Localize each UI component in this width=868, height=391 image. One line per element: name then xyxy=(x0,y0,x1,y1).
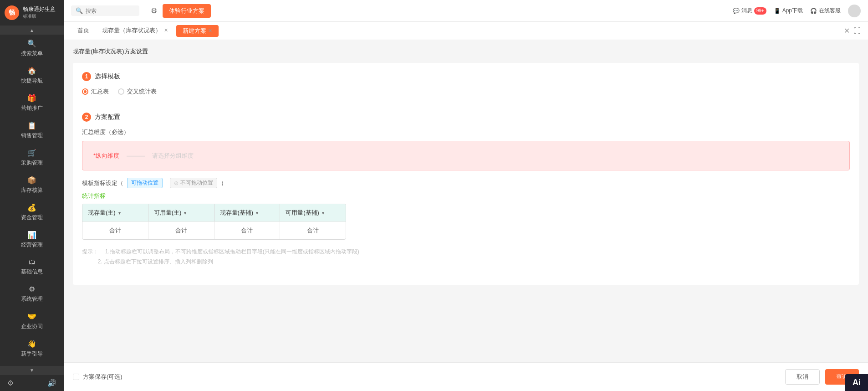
page-title: 现存量(库存状况表)方案设置 xyxy=(73,47,859,56)
section-config: 2 方案配置 汇总维度（必选） *纵向维度 —— 请选择分组维度 模板指标设定（… xyxy=(82,113,850,267)
search-box[interactable]: 🔍 xyxy=(71,5,139,16)
tips-section: 提示： 1.拖动标题栏可以调整布局，不可跨维度或指标区域拖动栏目字段(只能在同一… xyxy=(82,247,850,267)
operations-icon: 📊 xyxy=(27,231,36,239)
settings-panel: 1 选择模板 汇总表 交叉统计表 2 xyxy=(73,63,859,285)
radio-summary-circle xyxy=(82,88,88,95)
stats-header-col2[interactable]: 可用量(主) ▾ xyxy=(148,204,214,221)
sidebar-item-label: 新手引导 xyxy=(21,350,43,358)
sidebar-logo: 畅 畅康通好生意 标准版 xyxy=(0,0,64,26)
audio-icon[interactable]: 🔊 xyxy=(47,379,56,387)
tab-new-close[interactable]: ✕ xyxy=(208,28,212,34)
dim-dash: —— xyxy=(127,150,145,161)
section2-num: 2 xyxy=(82,113,91,122)
headset-icon: 🎧 xyxy=(810,8,817,14)
stats-header-col4[interactable]: 可用量(基辅) ▾ xyxy=(280,204,346,221)
section1-header: 1 选择模板 xyxy=(82,72,850,81)
dimension-area[interactable]: *纵向维度 —— 请选择分组维度 xyxy=(82,141,850,170)
sidebar-nav: 🔍 搜索菜单 🏠 快捷导航 🎁 营销推广 📋 销售管理 🛒 采购管理 📦 库存核… xyxy=(0,35,64,366)
sidebar-scroll-down[interactable]: ▼ xyxy=(0,366,64,375)
sidebar-item-apps[interactable]: 📱 应用中心 xyxy=(0,362,64,366)
sidebar-item-purchase[interactable]: 🛒 采购管理 xyxy=(0,144,64,171)
trial-button[interactable]: 体验行业方案 xyxy=(163,4,211,18)
sidebar-item-guide[interactable]: 👋 新手引导 xyxy=(0,335,64,362)
section2-title: 方案配置 xyxy=(95,113,120,121)
tip-1: 1.拖动标题栏可以调整布局，不可跨维度或指标区域拖动栏目字段(只能在同一维度或指… xyxy=(105,247,359,257)
sidebar-scroll-up[interactable]: ▲ xyxy=(0,26,64,35)
main-area: 🔍 ⚙ 体验行业方案 💬 消息 99+ 📱 App下载 🎧 在线客服 xyxy=(64,0,868,391)
stats-header-col3[interactable]: 现存量(基辅) ▾ xyxy=(214,204,281,221)
tab-new-label: 新建方案 xyxy=(183,27,206,35)
stats-data-col3: 合计 xyxy=(214,222,281,239)
base-icon: 🗂 xyxy=(28,258,36,266)
col3-chevron[interactable]: ▾ xyxy=(256,211,258,216)
radio-cross-label: 交叉统计表 xyxy=(127,87,157,96)
sidebar-item-label: 基础信息 xyxy=(21,268,43,276)
sidebar-item-agreement[interactable]: 🤝 企业协同 xyxy=(0,308,64,335)
sidebar-item-inventory[interactable]: 📦 库存核算 xyxy=(0,171,64,199)
sidebar-item-label: 企业协同 xyxy=(21,323,43,330)
dim-placeholder: 请选择分组维度 xyxy=(152,152,194,160)
stats-header-row: 现存量(主) ▾ 可用量(主) ▾ 现存量(基辅) ▾ xyxy=(82,204,346,221)
tab-home[interactable]: 首页 xyxy=(71,22,96,40)
message-label: 消息 xyxy=(741,7,752,15)
sidebar-item-label: 资金管理 xyxy=(21,214,43,221)
sidebar-item-shortcuts[interactable]: 🏠 快捷导航 xyxy=(0,62,64,89)
app-download-item[interactable]: 📱 App下载 xyxy=(774,7,803,15)
save-checkbox[interactable] xyxy=(73,374,79,380)
tab-inventory-label: 现存量（库存状况表） xyxy=(102,26,161,35)
dim-required-label: *纵向维度 xyxy=(93,152,119,160)
save-option[interactable]: 方案保存(可选) xyxy=(73,373,123,381)
avatar[interactable] xyxy=(848,5,861,17)
tab-inventory-close[interactable]: ✕ xyxy=(164,27,168,33)
divider1 xyxy=(82,105,850,105)
ai-badge: Ai xyxy=(845,374,868,391)
draggable-tag: 可拖动位置 xyxy=(127,178,163,188)
indicator-label: 模板指标设定（ 可拖动位置 ⊘ 不可拖动位置 ） xyxy=(82,178,850,188)
radio-cross[interactable]: 交叉统计表 xyxy=(118,87,157,96)
stats-section-label: 统计指标 xyxy=(82,192,850,200)
sidebar-item-system[interactable]: ⚙ 系统管理 xyxy=(0,280,64,308)
sidebar-item-operations[interactable]: 📊 经营管理 xyxy=(0,226,64,253)
not-draggable-tag: ⊘ 不可拖动位置 xyxy=(170,178,217,188)
tab-new-plan[interactable]: 新建方案 ✕ xyxy=(176,25,219,37)
sidebar-item-base[interactable]: 🗂 基础信息 xyxy=(0,253,64,280)
sidebar-item-search[interactable]: 🔍 搜索菜单 xyxy=(0,35,64,62)
message-item[interactable]: 💬 消息 99+ xyxy=(733,7,766,15)
content-area: 现存量(库存状况表)方案设置 1 选择模板 汇总表 交叉统计表 xyxy=(64,40,868,362)
gear-icon[interactable]: ⚙ xyxy=(151,6,157,15)
sidebar-item-label: 采购管理 xyxy=(21,159,43,167)
sidebar-item-sales[interactable]: 📋 销售管理 xyxy=(0,117,64,144)
stats-header-col1[interactable]: 现存量(主) ▾ xyxy=(82,204,148,221)
cancel-button[interactable]: 取消 xyxy=(785,369,820,385)
tip-2-indent xyxy=(82,257,94,267)
tip-2: 2. 点击标题栏下拉可设置排序、插入列和删除列 xyxy=(98,257,213,267)
app-version: 标准版 xyxy=(23,13,56,20)
app-download-label: App下载 xyxy=(782,7,803,15)
message-icon: 💬 xyxy=(733,8,740,14)
col2-chevron[interactable]: ▾ xyxy=(184,211,186,216)
stats-data-col4: 合计 xyxy=(280,222,346,239)
sidebar-item-marketing[interactable]: 🎁 营销推广 xyxy=(0,89,64,117)
tab-actions: ✕ ⛶ xyxy=(844,26,861,35)
stats-table: 现存量(主) ▾ 可用量(主) ▾ 现存量(基辅) ▾ xyxy=(82,204,346,240)
settings-icon[interactable]: ⚙ xyxy=(7,379,14,387)
inventory-icon: 📦 xyxy=(27,176,36,185)
radio-summary[interactable]: 汇总表 xyxy=(82,87,109,96)
col4-chevron[interactable]: ▾ xyxy=(322,211,324,216)
close-panel-icon[interactable]: ✕ xyxy=(844,26,850,35)
radio-summary-label: 汇总表 xyxy=(91,87,109,96)
col1-chevron[interactable]: ▾ xyxy=(118,211,121,216)
sidebar-item-finance[interactable]: 💰 资金管理 xyxy=(0,199,64,226)
template-radio-group: 汇总表 交叉统计表 xyxy=(82,87,850,96)
expand-icon[interactable]: ⛶ xyxy=(853,27,861,35)
system-icon: ⚙ xyxy=(29,285,35,293)
agreement-icon: 🤝 xyxy=(27,312,36,321)
tab-home-label: 首页 xyxy=(77,26,89,35)
sidebar-item-label: 销售管理 xyxy=(21,132,43,139)
topbar: 🔍 ⚙ 体验行业方案 💬 消息 99+ 📱 App下载 🎧 在线客服 xyxy=(64,0,868,22)
search-input[interactable] xyxy=(86,8,122,14)
customer-service-label: 在线客服 xyxy=(819,7,841,15)
customer-service-item[interactable]: 🎧 在线客服 xyxy=(810,7,841,15)
search-icon: 🔍 xyxy=(76,7,83,14)
tab-inventory-status[interactable]: 现存量（库存状况表） ✕ xyxy=(96,22,174,40)
